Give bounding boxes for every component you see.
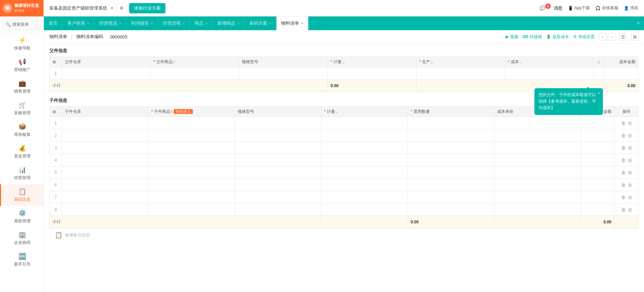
copy-icon-8[interactable]: ⊞: [628, 207, 632, 212]
shortcuts-action[interactable]: ⌨ 快捷键: [522, 34, 542, 40]
child-warehouse-1[interactable]: [62, 117, 148, 129]
delete-icon-8[interactable]: 🗑: [621, 207, 626, 212]
grid-view-button[interactable]: ⊞: [631, 33, 639, 40]
tab-barcode[interactable]: 条码方案 ×: [245, 16, 276, 30]
child-unit-input-7[interactable]: [321, 191, 407, 203]
sidebar-item-system[interactable]: ⚙️ 系统管理: [0, 206, 44, 227]
child-qty-input-8[interactable]: [408, 203, 494, 215]
delete-icon-4[interactable]: 🗑: [621, 157, 626, 163]
child-warehouse-input-8[interactable]: [62, 203, 148, 215]
child-unit-input-6[interactable]: [321, 179, 407, 191]
child-qty-input-3[interactable]: [408, 142, 494, 154]
parent-unit-cell[interactable]: [328, 67, 417, 80]
sidebar-item-operations[interactable]: 📊 经营管理: [0, 163, 44, 184]
message-wrap[interactable]: 💬 6 消息: [540, 5, 562, 11]
child-qty-input-1[interactable]: [408, 117, 494, 129]
child-cost-price-input-7[interactable]: [494, 191, 580, 203]
child-product-input-4[interactable]: [148, 154, 234, 166]
parent-production-input[interactable]: [417, 67, 505, 79]
tab-profit-close[interactable]: ×: [151, 22, 153, 25]
sidebar-item-sales[interactable]: 💼 销售管理: [0, 76, 44, 98]
child-product-input-8[interactable]: [148, 203, 234, 215]
copy-icon-2[interactable]: ⊞: [628, 133, 632, 138]
table-view-button[interactable]: ☰: [619, 33, 627, 40]
child-cost-price-1[interactable]: [494, 117, 581, 129]
copy-icon-6[interactable]: ⊞: [628, 182, 632, 188]
child-spec-1[interactable]: [235, 117, 321, 129]
tab-new-product[interactable]: 新增商品 ×: [213, 16, 245, 30]
child-qty-input-5[interactable]: [408, 166, 494, 178]
child-warehouse-input-5[interactable]: [62, 166, 148, 178]
parent-warehouse-cell[interactable]: [62, 67, 151, 80]
tab-home[interactable]: 首页: [44, 16, 63, 30]
breadcrumb-bom[interactable]: 物料清单: [49, 34, 67, 40]
copy-icon-4[interactable]: ⊞: [628, 157, 632, 163]
delete-icon-5[interactable]: 🗑: [621, 170, 626, 175]
tab-bom-close[interactable]: ×: [301, 22, 303, 25]
tab-customer-close[interactable]: ×: [87, 22, 89, 25]
delete-icon-6[interactable]: 🗑: [621, 182, 626, 188]
sidebar-item-inventory[interactable]: 📦 库存核算: [0, 119, 44, 141]
delete-icon-2[interactable]: 🗑: [621, 133, 626, 138]
sidebar-item-finance[interactable]: 💰 资金管理: [0, 141, 44, 163]
child-cost-price-input-2[interactable]: [494, 129, 580, 141]
user-info[interactable]: 👤 用友: [624, 5, 639, 11]
sidebar-item-enterprise[interactable]: 🏢 企业协同: [0, 227, 44, 249]
extract-cost-action[interactable]: 💲 提取成本: [546, 34, 569, 40]
child-qty-input-2[interactable]: [408, 129, 494, 141]
sidebar-item-quick-nav[interactable]: ⚡ 快捷导航: [0, 33, 44, 55]
parent-spec-cell[interactable]: [239, 67, 328, 80]
parent-product-input[interactable]: [151, 67, 239, 79]
child-cost-price-input-3[interactable]: [494, 142, 580, 154]
close-all-tabs[interactable]: ×: [633, 20, 644, 26]
child-qty-1[interactable]: [408, 117, 494, 129]
single-settings-action[interactable]: ⚙ 单据设置: [573, 34, 595, 40]
tab-ops-status[interactable]: 经营情况 ×: [95, 16, 126, 30]
child-qty-input-4[interactable]: [408, 154, 494, 166]
child-warehouse-input-2[interactable]: [62, 129, 148, 141]
child-spec-input-1[interactable]: [235, 117, 321, 129]
child-qty-input-7[interactable]: [408, 191, 494, 203]
tab-products[interactable]: 商品 ×: [190, 16, 213, 30]
child-unit-input-3[interactable]: [321, 142, 407, 154]
sidebar-item-guide[interactable]: 🆕 新手引导: [0, 249, 44, 271]
experience-button[interactable]: 体验行业方案: [129, 3, 165, 13]
expand-icon[interactable]: ▼: [110, 6, 114, 11]
parent-th-settings[interactable]: ⚙: [50, 57, 62, 67]
child-spec-input-7[interactable]: [235, 191, 321, 203]
delete-icon-3[interactable]: 🗑: [621, 145, 626, 151]
child-cost-price-input-8[interactable]: [494, 203, 580, 215]
sidebar-item-purchase[interactable]: 🛒 采购管理: [0, 98, 44, 119]
child-warehouse-input-7[interactable]: [62, 191, 148, 203]
nav-next[interactable]: ›: [608, 33, 615, 40]
tab-profit[interactable]: 利润报告 ×: [126, 16, 158, 30]
child-unit-input-2[interactable]: [321, 129, 407, 141]
child-spec-input-8[interactable]: [235, 203, 321, 215]
child-product-input-7[interactable]: [148, 191, 234, 203]
online-service-link[interactable]: 🎧 在线客服: [595, 5, 618, 11]
child-product-input-3[interactable]: [148, 142, 234, 154]
child-cost-price-input-4[interactable]: [494, 154, 580, 166]
child-product-1[interactable]: [148, 117, 235, 129]
delete-icon-1[interactable]: 🗑: [621, 120, 626, 126]
child-product-input-5[interactable]: [148, 166, 234, 178]
child-spec-input-2[interactable]: [235, 129, 321, 141]
copy-icon-5[interactable]: ⊞: [628, 170, 632, 175]
child-product-input-1[interactable]: [148, 117, 234, 129]
child-spec-input-4[interactable]: [235, 154, 321, 166]
parent-cost-cell[interactable]: [505, 67, 594, 80]
child-unit-input-1[interactable]: [321, 117, 407, 129]
parent-spec-input[interactable]: [239, 67, 327, 79]
tab-new-product-close[interactable]: ×: [237, 22, 239, 25]
scan-badge[interactable]: 扫码录入: [174, 109, 193, 114]
child-warehouse-input-4[interactable]: [62, 154, 148, 166]
tab-ops-history-close[interactable]: ×: [183, 22, 185, 25]
child-spec-input-3[interactable]: [235, 142, 321, 154]
video-action[interactable]: ▶ 视频: [506, 34, 518, 40]
parent-production-cell[interactable]: [416, 67, 505, 80]
parent-product-cell[interactable]: [150, 67, 239, 80]
copy-icon-1[interactable]: ⊞: [628, 120, 632, 126]
child-qty-input-6[interactable]: [408, 179, 494, 191]
tab-barcode-close[interactable]: ×: [269, 22, 271, 25]
sidebar-item-marketing[interactable]: 📢 营销推广: [0, 55, 44, 76]
